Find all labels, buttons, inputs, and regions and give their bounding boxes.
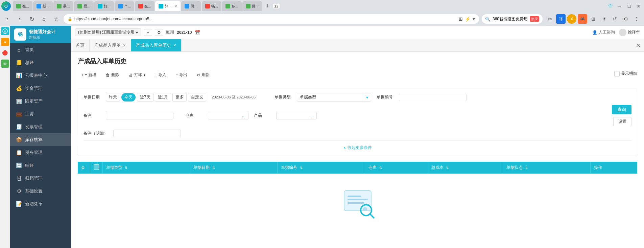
sidebar-item-ledger[interactable]: 📒 总账	[10, 56, 71, 69]
sidebar-item-home[interactable]: ⌂ 首页	[10, 43, 71, 56]
date-sort-icon[interactable]: ⇅	[212, 166, 215, 170]
detail-remark-input[interactable]	[113, 130, 181, 137]
sun-icon[interactable]: ☀	[599, 14, 609, 24]
refresh2-icon[interactable]: ↺	[610, 14, 620, 24]
maximize-button[interactable]: □	[625, 2, 633, 10]
sidebar-item-funds[interactable]: 💰 资金管理	[10, 82, 71, 95]
date-btn-7days[interactable]: 近7天	[137, 93, 153, 102]
show-col-checkbox[interactable]	[614, 71, 620, 76]
query-button[interactable]: 查询	[612, 105, 631, 114]
browser-tab-6[interactable]: 个...	[115, 1, 134, 11]
tab-list-close[interactable]: ✕	[123, 43, 126, 48]
left-icon-3[interactable]: 🔴	[1, 49, 9, 57]
browser-tab-7[interactable]: 企...	[135, 1, 154, 11]
home-button[interactable]: ⌂	[39, 14, 49, 24]
date-btn-today[interactable]: 今天	[121, 93, 136, 102]
left-icon-1[interactable]: ⊕	[1, 27, 9, 35]
page-tab-home[interactable]: 首页	[71, 39, 90, 51]
sidebar-item-newbill[interactable]: 📝 新增凭单	[10, 198, 71, 210]
date-btn-custom[interactable]: 自定义	[188, 93, 206, 102]
browser-tab-12[interactable]: 目...	[242, 1, 262, 11]
cost-sort-icon[interactable]: ⇅	[446, 166, 449, 170]
warehouse-select[interactable]: ...	[208, 112, 248, 119]
print-button[interactable]: 🖨 打印	[125, 71, 149, 79]
browser-tab-4[interactable]: 易...	[74, 1, 94, 11]
left-icon-4[interactable]: ✉	[1, 60, 9, 68]
sidebar-item-fixed[interactable]: 🏢 固定资产	[10, 95, 71, 108]
shirt-icon[interactable]: 👕	[606, 2, 614, 10]
close-button[interactable]: ✕	[635, 2, 643, 10]
tab-8-close[interactable]: ✕	[174, 4, 177, 8]
calendar-icon[interactable]: 📅	[194, 30, 200, 35]
company-settings-button[interactable]: ⚙	[155, 29, 163, 36]
address-input[interactable]: 🔒 https://cloud.chanjet.com/accounting/u…	[64, 14, 479, 24]
warehouse-sort-icon[interactable]: ⇅	[379, 166, 382, 170]
extensions-icon[interactable]: ⊞	[459, 16, 463, 22]
yen-icon[interactable]: ¥	[567, 14, 576, 24]
bill-no-input[interactable]	[399, 94, 467, 101]
sidebar-item-archive[interactable]: 🗄 归档管理	[10, 172, 71, 185]
translate-icon[interactable]: 译	[556, 14, 566, 24]
tab-history-close[interactable]: ✕	[173, 43, 176, 48]
sidebar-item-tax[interactable]: 📋 税务管理	[10, 146, 71, 159]
browser-tab-3[interactable]: 易...	[53, 1, 73, 11]
back-button[interactable]: ‹	[3, 14, 12, 24]
date-btn-1month[interactable]: 近1月	[155, 93, 171, 102]
status-sort-icon[interactable]: ⇅	[525, 166, 528, 170]
more-icon[interactable]: ⋮	[632, 14, 641, 24]
user-info[interactable]: 徐译华	[619, 29, 640, 36]
search-bar[interactable]: 🔍 360智能抠图免费用 热搜	[482, 14, 543, 24]
sidebar-item-payroll[interactable]: 💼 工资	[10, 108, 71, 120]
assistant-link[interactable]: 👤 人工咨询	[592, 29, 615, 35]
sidebar-item-report[interactable]: 📊 云报表中心	[10, 69, 71, 82]
browser-tab-2[interactable]: 新...	[33, 1, 53, 11]
sidebar-item-invoice[interactable]: 🧾 发票管理	[10, 120, 71, 133]
panel-close-button[interactable]: ✕	[632, 39, 644, 51]
import-button[interactable]: ↓ 导入	[151, 71, 170, 79]
browser-tab-10[interactable]: 畅...	[202, 1, 221, 11]
setting-button[interactable]: 设置	[613, 117, 631, 126]
date-btn-yesterday[interactable]: 昨天	[106, 93, 120, 102]
page-tab-history[interactable]: 产成品入库单历史 ✕	[131, 39, 182, 51]
sidebar-item-checkout[interactable]: 🔄 结账	[10, 159, 71, 172]
remark-input[interactable]	[106, 112, 173, 119]
th-gear[interactable]: ⚙	[78, 162, 90, 174]
grid-icon[interactable]: ⊞	[589, 14, 598, 24]
sidebar-item-inventory[interactable]: 📦 库存核算	[10, 133, 71, 146]
export-button[interactable]: ↑ 导出	[172, 71, 191, 79]
forward-button[interactable]: ›	[15, 14, 24, 24]
left-icon-2[interactable]: ★	[1, 38, 9, 46]
add-company-button[interactable]: +	[144, 29, 152, 36]
bill-no-label: 单据编号	[377, 94, 393, 100]
add-button[interactable]: + + 新增	[78, 71, 100, 79]
settings-icon[interactable]: ⚙	[621, 14, 630, 24]
sidebar-item-settings[interactable]: ⚙ 基础设置	[10, 185, 71, 198]
date-btn-more[interactable]: 更多	[172, 93, 187, 102]
refresh-button[interactable]: ↺ 刷新	[193, 71, 213, 79]
collapse-filter-button[interactable]: ∧ 收起更多条件	[342, 143, 373, 152]
dropdown-icon[interactable]: ▾	[473, 16, 475, 22]
th-check[interactable]	[90, 162, 102, 174]
browser-tab-5[interactable]: 好...	[94, 1, 114, 11]
type-sort-icon[interactable]: ⇅	[125, 166, 127, 170]
browser-tab-1[interactable]: 在...	[13, 1, 32, 11]
no-sort-icon[interactable]: ⇅	[300, 166, 303, 170]
lightning-icon[interactable]: ⚡	[465, 16, 471, 22]
browser-tab-9[interactable]: 腾...	[181, 1, 201, 11]
reload-button[interactable]: ↻	[27, 14, 37, 24]
browser-tab-8[interactable]: 好... ✕	[155, 1, 181, 11]
show-columns-button[interactable]: 显示明细	[614, 71, 637, 76]
game-icon[interactable]: 🎮	[578, 14, 587, 24]
select-all-checkbox[interactable]	[94, 164, 99, 170]
browser-tab-11[interactable]: 各...	[222, 1, 242, 11]
scissors-icon[interactable]: ✂	[545, 14, 555, 24]
page-tab-list[interactable]: 产成品入库单 ✕	[90, 39, 131, 51]
show-col-label: 显示明细	[621, 71, 637, 76]
delete-button[interactable]: 🗑 删除	[102, 71, 123, 79]
minimize-button[interactable]: ─	[616, 2, 624, 10]
bookmark-button[interactable]: ☆	[51, 14, 61, 24]
company-selector[interactable]: (勿删勿禁用) 江西服宝测试专用 ▾	[75, 28, 141, 36]
new-tab-button[interactable]: +	[263, 1, 272, 11]
type-filter-select[interactable]: 单据类型 ▾	[297, 93, 371, 102]
product-select[interactable]: ...	[276, 112, 317, 119]
